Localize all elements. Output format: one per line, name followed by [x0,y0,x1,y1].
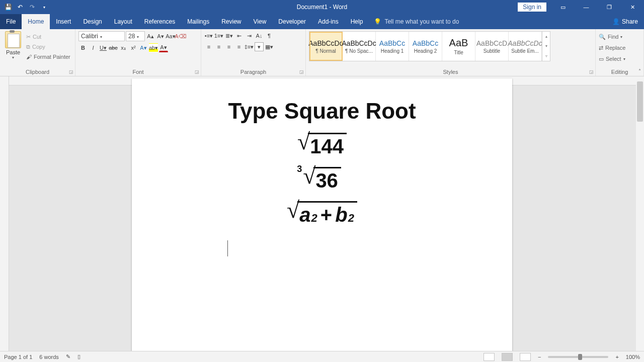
equation-sqrt-a2-plus-b2[interactable]: √ a2 + b2 [287,201,357,226]
group-label-paragraph: Paragraph [201,69,305,75]
equation-sqrt-144[interactable]: √ 144 [297,133,347,158]
select-button[interactable]: Select ▾ [599,54,625,63]
document-heading[interactable]: Type Square Root [228,99,416,124]
vertical-scrollbar[interactable] [636,76,644,351]
cut-button[interactable]: ✂Cut [26,32,70,41]
word-count[interactable]: 6 words [39,354,59,360]
collapse-ribbon-icon[interactable]: ˄ [638,68,641,74]
page[interactable]: Type Square Root √ 144 3 √ 36 √ a2 [132,78,512,351]
style-normal[interactable]: AaBbCcDc¶ Normal [309,32,343,61]
borders-icon[interactable]: ▦▾ [265,42,274,51]
superscript-icon[interactable]: x² [129,43,138,52]
grow-font-icon[interactable]: A▴ [146,32,155,41]
numbering-icon[interactable]: 1≡▾ [214,31,223,40]
restore-icon[interactable]: ❐ [598,0,621,14]
highlight-icon[interactable]: ab▾ [149,43,158,52]
qat-customize-icon[interactable]: ▾ [39,2,49,12]
style-heading-2[interactable]: AaBbCcHeading 2 [409,32,442,61]
tab-file[interactable]: File [0,14,22,29]
replace-button[interactable]: Replace [599,43,625,52]
close-icon[interactable]: ✕ [621,0,644,14]
sort-icon[interactable]: A↓ [255,31,264,40]
italic-icon[interactable]: I [89,43,98,52]
paragraph-launcher-icon[interactable]: ◲ [298,69,304,75]
tab-mailings[interactable]: Mailings [181,14,215,29]
align-left-icon[interactable]: ≡ [204,42,213,51]
shrink-font-icon[interactable]: A▾ [156,32,165,41]
tab-home[interactable]: Home [22,14,50,29]
style-heading-1[interactable]: AaBbCcHeading 1 [376,32,409,61]
sign-in-button[interactable]: Sign in [518,3,546,12]
group-styles: AaBbCcDc¶ Normal AaBbCcDc¶ No Spac... Aa… [306,29,596,76]
ribbon-display-icon[interactable]: ▭ [551,0,575,14]
font-name-selector[interactable]: Calibri [78,31,125,41]
justify-icon[interactable]: ≡ [234,42,244,51]
underline-icon[interactable]: U▾ [99,43,108,52]
font-launcher-icon[interactable]: ◲ [194,69,200,75]
scrollbar-thumb[interactable] [637,81,643,122]
lightbulb-icon: 💡 [374,18,381,25]
zoom-in-icon[interactable]: + [615,354,618,360]
style-title[interactable]: AaBTitle [442,32,475,61]
equation-cbrt-36[interactable]: 3 √ 36 [303,167,341,192]
tab-insert[interactable]: Insert [50,14,77,29]
show-marks-icon[interactable]: ¶ [265,31,274,40]
share-button[interactable]: 👤 Share [606,14,644,29]
line-spacing-icon[interactable]: ‡≡▾ [245,42,254,51]
zoom-out-icon[interactable]: − [538,354,541,360]
spellcheck-icon[interactable]: ✎ [66,353,70,360]
style-no-spacing[interactable]: AaBbCcDc¶ No Spac... [343,32,376,61]
increase-indent-icon[interactable]: ⇥ [245,31,254,40]
vertical-ruler[interactable] [0,76,9,351]
tab-help[interactable]: Help [345,14,369,29]
strikethrough-icon[interactable]: abc [109,43,118,52]
paste-icon [5,31,21,48]
save-icon[interactable]: 💾 [3,2,13,12]
multilevel-icon[interactable]: ≣▾ [224,31,233,40]
find-button[interactable]: Find ▾ [599,32,625,41]
bold-icon[interactable]: B [78,43,88,52]
change-case-icon[interactable]: Aa▾ [166,32,175,41]
tab-layout[interactable]: Layout [108,14,138,29]
align-center-icon[interactable]: ≡ [214,42,223,51]
tab-design[interactable]: Design [77,14,108,29]
align-right-icon[interactable]: ≡ [224,42,233,51]
tab-review[interactable]: Review [215,14,247,29]
styles-launcher-icon[interactable]: ◲ [588,69,594,75]
font-color-icon[interactable]: A▾ [159,43,168,52]
bullets-icon[interactable]: •≡▾ [204,31,213,40]
print-layout-icon[interactable] [502,353,513,361]
undo-icon[interactable]: ↶ [15,2,25,12]
paste-button[interactable]: Paste ▾ [3,31,23,60]
shading-icon[interactable]: ▾ [255,42,264,51]
tab-references[interactable]: References [138,14,181,29]
clear-format-icon[interactable]: A⌫ [176,32,185,41]
decrease-indent-icon[interactable]: ⇤ [234,31,244,40]
web-layout-icon[interactable] [520,353,531,361]
style-subtitle[interactable]: AaBbCcDSubtitle [475,32,509,61]
chevron-down-icon[interactable]: ▾ [12,55,14,60]
text-effects-icon[interactable]: A▾ [139,43,148,52]
macro-icon[interactable]: ▯ [77,353,80,360]
text-cursor [227,240,228,256]
style-subtle-emphasis[interactable]: AaBbCcDcSubtle Em... [509,32,542,61]
tab-view[interactable]: View [248,14,273,29]
tell-me-search[interactable]: 💡 Tell me what you want to do [369,14,464,29]
font-size-selector[interactable]: 28 [126,31,145,41]
format-painter-button[interactable]: 🖌Format Painter [26,52,70,61]
zoom-value[interactable]: 100% [626,354,640,360]
root-index: 3 [297,164,302,174]
clipboard-launcher-icon[interactable]: ◲ [68,69,74,75]
subscript-icon[interactable]: x₂ [119,43,128,52]
ribbon: Paste ▾ ✂Cut ⧉Copy 🖌Format Painter Clipb… [0,29,644,76]
tab-addins[interactable]: Add-ins [312,14,345,29]
redo-icon[interactable]: ↷ [27,2,37,12]
page-indicator[interactable]: Page 1 of 1 [4,354,32,360]
styles-scroll[interactable]: ▴▾▿ [542,32,550,61]
styles-gallery[interactable]: AaBbCcDc¶ Normal AaBbCcDc¶ No Spac... Aa… [309,31,550,61]
read-mode-icon[interactable] [484,353,495,361]
zoom-slider[interactable] [548,356,608,358]
minimize-icon[interactable]: — [575,0,598,14]
copy-button[interactable]: ⧉Copy [26,42,70,51]
tab-developer[interactable]: Developer [272,14,312,29]
